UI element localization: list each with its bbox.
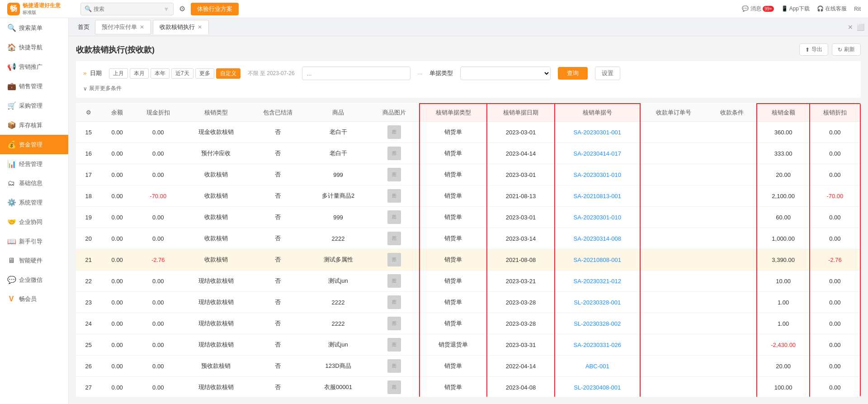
message-btn[interactable]: 💬 消息 99+ xyxy=(742,5,774,13)
cell-verify-discount: -70.00 xyxy=(810,185,860,207)
cell-verify-no[interactable]: SA-20230331-026 xyxy=(555,334,640,356)
sidebar-item-quicknav[interactable]: 🏠 快捷导航 xyxy=(0,38,68,57)
cell-verify-no[interactable]: SL-20230408-001 xyxy=(555,377,640,397)
tab-receipt[interactable]: 收款核销执行 ✕ xyxy=(153,20,209,34)
date-btn-last-month[interactable]: 上月 xyxy=(109,68,128,79)
cell-verify-no[interactable]: SL-20230328-001 xyxy=(555,292,640,313)
tab-prepay-close[interactable]: ✕ xyxy=(140,24,144,30)
user-menu[interactable]: Rit xyxy=(854,6,861,12)
query-btn[interactable]: 查询 xyxy=(558,67,588,80)
sidebar-item-purchase[interactable]: 🛒 采购管理 xyxy=(0,96,68,115)
cell-verify-no[interactable]: SA-20230301-010 xyxy=(555,207,640,228)
cell-receipt-order-no xyxy=(640,228,707,249)
sidebar-item-guide[interactable]: 📖 新手引导 xyxy=(0,232,68,251)
cell-verify-no[interactable]: SA-20210808-001 xyxy=(555,249,640,271)
cell-balance: 0.00 xyxy=(101,122,133,143)
cell-goods: 老白干 xyxy=(307,122,369,143)
expand-icon[interactable]: » xyxy=(83,70,86,76)
sidebar-item-marketing[interactable]: 📢 营销推广 xyxy=(0,57,68,76)
maximize-icon[interactable]: ⬜ xyxy=(857,24,864,31)
export-btn[interactable]: ⬆ 导出 xyxy=(799,43,828,56)
tab-receipt-close[interactable]: ✕ xyxy=(198,24,202,30)
cell-goods-img: 图 xyxy=(369,334,420,356)
cell-receipt-order-no xyxy=(640,334,707,356)
logo-text2: 标准版 xyxy=(23,10,61,16)
app-download-btn[interactable]: 📱 App下载 xyxy=(781,5,810,13)
search-bar[interactable]: 🔍 ▼ xyxy=(80,3,174,15)
cell-verify-type: 收款核销 xyxy=(183,185,249,207)
cell-verify-bill-type: 销货单 xyxy=(420,164,487,185)
message-badge: 99+ xyxy=(763,6,774,12)
sidebar-item-search[interactable]: 🔍 搜索菜单 xyxy=(0,18,68,38)
sidebar-item-sales[interactable]: 💼 销售管理 xyxy=(0,76,68,96)
date-btn-7days[interactable]: 近7天 xyxy=(171,68,193,79)
cell-balance: 0.00 xyxy=(101,271,133,292)
sidebar-item-wechat[interactable]: 💬 企业微信 xyxy=(0,270,68,290)
cell-cash-discount: -2.76 xyxy=(133,249,183,271)
page-content: 收款核销执行(按收款) ⬆ 导出 ↻ 刷新 » xyxy=(69,36,868,404)
cell-verify-no[interactable]: ABC-001 xyxy=(555,356,640,377)
cell-verify-date: 2021-08-08 xyxy=(487,249,554,271)
table-container: ⚙ 余额 现金折扣 核销类型 包含已结清 商品 商品图片 核销单据类型 核销单据… xyxy=(76,103,861,397)
cell-include-settled: 否 xyxy=(249,356,307,377)
expand-more-btn[interactable]: ∨ 展开更多条件 xyxy=(83,85,122,92)
cell-seq: 21 xyxy=(76,249,101,271)
cell-goods: 衣服00001 xyxy=(307,377,369,397)
close-tab-icon[interactable]: ✕ xyxy=(848,24,853,31)
cell-verify-bill-type: 销货单 xyxy=(420,143,487,164)
sidebar-label-guide: 新手引导 xyxy=(19,238,42,246)
cell-verify-type: 现结收款核销 xyxy=(183,377,249,397)
date-btn-custom[interactable]: 自定义 xyxy=(216,68,241,79)
sidebar-item-hardware[interactable]: 🖥 智能硬件 xyxy=(0,251,68,270)
dropdown-arrow-icon: ▼ xyxy=(163,5,170,13)
sidebar-item-member[interactable]: V 畅会员 xyxy=(0,290,68,309)
sidebar-item-basic[interactable]: 🗂 基础信息 xyxy=(0,174,68,193)
cell-verify-amount: 360.00 xyxy=(757,122,809,143)
cell-receipt-order-no xyxy=(640,164,707,185)
table-row: 230.000.00现结收款核销否2222图销货单2023-03-28SL-20… xyxy=(76,292,860,313)
cell-receipt-condition xyxy=(707,185,757,207)
cell-verify-no[interactable]: SL-20230328-002 xyxy=(555,313,640,334)
inventory-icon: 📦 xyxy=(7,121,15,129)
sidebar-item-corp[interactable]: 🤝 企业协同 xyxy=(0,212,68,232)
trial-btn[interactable]: 体验行业方案 xyxy=(191,3,239,15)
tab-home[interactable]: 首页 xyxy=(72,23,95,31)
cell-cash-discount: 0.00 xyxy=(133,334,183,356)
setting-btn[interactable]: 设置 xyxy=(595,67,620,80)
sidebar-label-system: 系统管理 xyxy=(19,199,42,207)
filter-date-range: 不限 至 2023-07-26 xyxy=(248,70,295,77)
cell-verify-no[interactable]: SA-20230301-001 xyxy=(555,122,640,143)
online-service-btn[interactable]: 🎧 在线客服 xyxy=(817,5,847,13)
gear-icon[interactable]: ⚙ xyxy=(179,5,185,13)
refresh-btn[interactable]: ↻ 刷新 xyxy=(832,43,861,56)
date-btn-this-year[interactable]: 本年 xyxy=(151,68,170,79)
cell-verify-amount: 1.00 xyxy=(757,292,809,313)
cell-verify-date: 2023-03-01 xyxy=(487,164,554,185)
cell-verify-amount: -2,430.00 xyxy=(757,334,809,356)
cell-goods-img: 图 xyxy=(369,228,420,249)
origin-unit-input[interactable] xyxy=(302,67,410,80)
bill-type-select[interactable] xyxy=(460,67,551,80)
sidebar-item-system[interactable]: ⚙️ 系统管理 xyxy=(0,193,68,212)
date-btn-more[interactable]: 更多 xyxy=(195,68,214,79)
sidebar-item-capital[interactable]: 💰 资金管理 xyxy=(0,135,68,154)
cell-verify-no[interactable]: SA-20230314-008 xyxy=(555,228,640,249)
tab-prepay[interactable]: 预付冲应付单 ✕ xyxy=(95,20,151,34)
cell-verify-type: 预付冲应收 xyxy=(183,143,249,164)
date-btn-this-month[interactable]: 本月 xyxy=(130,68,149,79)
cell-verify-bill-type: 销货单 xyxy=(420,377,487,397)
cell-verify-no[interactable]: SA-20210813-001 xyxy=(555,185,640,207)
sidebar-item-inventory[interactable]: 📦 库存核算 xyxy=(0,115,68,135)
filter-row-1: » 日期 上月 本月 本年 近7天 更多 自定义 不限 至 2023-07-26… xyxy=(83,67,854,80)
sidebar-item-operation[interactable]: 📊 经营管理 xyxy=(0,154,68,174)
filter-row-2: ∨ 展开更多条件 xyxy=(83,85,854,92)
cell-goods: 2222 xyxy=(307,313,369,334)
cell-verify-amount: 1,000.00 xyxy=(757,228,809,249)
cell-verify-bill-type: 销货单 xyxy=(420,292,487,313)
cell-verify-no[interactable]: SA-20230301-010 xyxy=(555,164,640,185)
cell-verify-no[interactable]: SA-20230321-012 xyxy=(555,271,640,292)
cell-cash-discount: 0.00 xyxy=(133,356,183,377)
cell-verify-no[interactable]: SA-20230414-017 xyxy=(555,143,640,164)
search-input[interactable] xyxy=(94,6,161,12)
cell-receipt-condition xyxy=(707,207,757,228)
